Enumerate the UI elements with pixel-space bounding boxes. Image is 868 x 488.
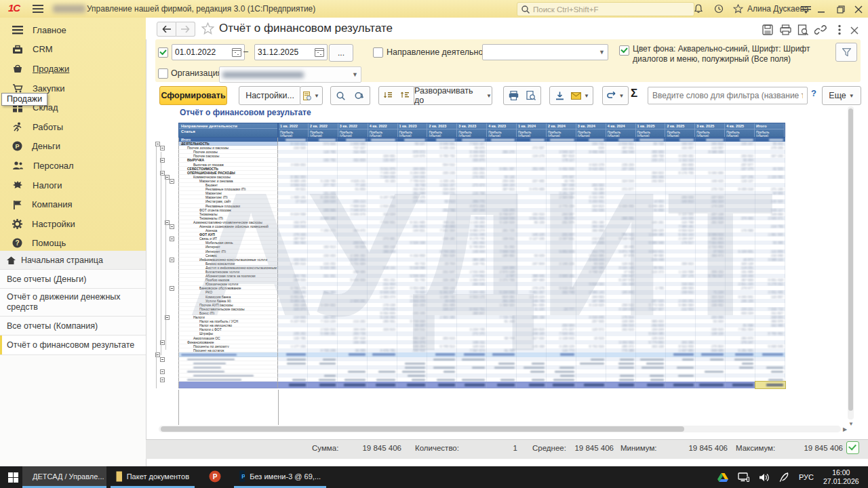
scroll-down-arrow[interactable]: ▼ [848, 421, 854, 427]
settings-button[interactable]: Настройки... [239, 86, 301, 105]
send-email-button[interactable]: ▼ [568, 86, 593, 105]
find-next-button[interactable] [349, 86, 370, 105]
report-variants-button[interactable]: ▼ [300, 86, 323, 105]
sidebar-item-home[interactable]: Начальная страница [0, 251, 146, 270]
date-from-field[interactable]: 01.01.2022 [172, 44, 245, 60]
table-cell[interactable] [427, 382, 457, 388]
sidebar-item-sales[interactable]: Продажи [0, 59, 146, 79]
period-more-button[interactable]: ... [329, 44, 353, 62]
table-cell[interactable] [338, 382, 368, 388]
table-cell[interactable] [576, 352, 606, 357]
table-cell[interactable] [696, 382, 726, 388]
column-header[interactable]: 3 кв. 2022Прибыль(убыток) [338, 123, 368, 137]
table-cell[interactable] [666, 352, 696, 357]
column-header[interactable]: 3 кв. 2025Прибыль(убыток) [695, 123, 725, 137]
sidebar-item-financial-result-report[interactable]: Отчёт о финансовом результате [0, 336, 146, 355]
format-checkbox[interactable] [619, 45, 629, 56]
table-cell[interactable] [606, 352, 636, 357]
sidebar-item-settings[interactable]: Настройки [0, 214, 146, 234]
quick-filter-input[interactable] [648, 87, 808, 104]
table-row[interactable] [155, 382, 785, 388]
table-cell[interactable] [338, 352, 368, 357]
organization-field[interactable]: ▼ [219, 66, 361, 83]
sidebar-item-taxes[interactable]: Налоги [0, 176, 146, 195]
table-cell[interactable] [278, 352, 308, 357]
collapse-groups-button[interactable] [378, 86, 398, 105]
column-header[interactable]: 4 кв. 2023Прибыль(убыток) [487, 123, 517, 137]
start-button[interactable] [8, 472, 18, 483]
table-cell[interactable] [726, 382, 755, 388]
vertical-scrollbar[interactable] [848, 106, 854, 420]
back-button[interactable] [157, 22, 176, 37]
table-cell[interactable] [636, 352, 666, 357]
table-cell[interactable] [547, 382, 576, 388]
table-cell[interactable] [457, 352, 487, 357]
generate-button[interactable]: Сформировать [159, 86, 227, 105]
print-icon[interactable] [778, 23, 792, 37]
table-cell[interactable] [517, 352, 547, 357]
column-header[interactable]: 2 кв. 2022Прибыль(убыток) [309, 123, 338, 137]
sidebar-item-money[interactable]: Р Деньги [0, 137, 146, 157]
organization-checkbox[interactable] [158, 68, 168, 79]
table-cell[interactable] [308, 352, 338, 357]
sidebar-item-works[interactable]: Работы [0, 117, 146, 137]
column-header[interactable]: 2 кв. 2023Прибыль(убыток) [427, 123, 457, 137]
save-file-button[interactable] [549, 86, 570, 105]
filter-settings-button[interactable] [835, 43, 857, 62]
column-header[interactable]: 1 кв. 2023Прибыль(убыток) [398, 123, 428, 137]
period-checkbox[interactable] [158, 47, 168, 58]
sidebar-item-main[interactable]: Главное [0, 20, 146, 40]
taskbar-clock[interactable]: 16:00 27.01.2026 [823, 468, 859, 486]
sidebar-item-company[interactable]: Компания [0, 195, 146, 214]
table-cell[interactable] [755, 352, 785, 357]
column-header[interactable]: 4 кв. 2024Прибыль(убыток) [606, 123, 636, 137]
sum-sigma-button[interactable]: Σ [631, 87, 637, 100]
sidebar-item-reports-company[interactable]: Все отчеты (Компания) [0, 317, 146, 336]
table-cell[interactable] [547, 352, 576, 357]
table-cell[interactable] [487, 352, 517, 357]
sidebar-item-help[interactable]: ? Помощь [0, 234, 146, 253]
column-header[interactable]: 1 кв. 2024Прибыль(убыток) [517, 123, 547, 137]
more-actions-button[interactable]: Еще ▼ [822, 86, 861, 105]
column-header[interactable]: 1 кв. 2022Прибыль(убыток) [279, 123, 309, 137]
column-header[interactable]: 3 кв. 2023Прибыль(убыток) [457, 123, 487, 137]
table-cell[interactable] [397, 352, 427, 357]
table-cell[interactable] [427, 352, 457, 357]
table-cell[interactable] [278, 382, 308, 388]
find-button[interactable] [330, 86, 351, 105]
taskbar-item-powerpoint[interactable]: P [203, 466, 236, 486]
history-icon[interactable] [712, 2, 726, 16]
close-window-button[interactable] [852, 3, 865, 16]
taskbar-item-documents[interactable]: Пакет документов [111, 466, 195, 486]
notifications-bell-icon[interactable] [692, 2, 705, 16]
more-menu-icon[interactable] [833, 23, 846, 37]
language-indicator[interactable]: РУС [799, 473, 814, 481]
save-icon[interactable] [761, 23, 774, 37]
help-button[interactable]: ? [811, 88, 816, 98]
status-ok-icon[interactable] [846, 441, 859, 454]
table-cell[interactable] [457, 382, 487, 388]
print-preview-button[interactable] [521, 86, 541, 105]
column-header[interactable]: 4 кв. 2025Прибыль(убыток) [725, 123, 755, 137]
restore-button[interactable] [834, 3, 848, 16]
preview-icon[interactable] [796, 23, 810, 37]
column-header[interactable]: 2 кв. 2024Прибыль(убыток) [547, 123, 576, 137]
table-row[interactable] [155, 352, 785, 357]
row-label-cell[interactable] [178, 352, 278, 357]
close-report-icon[interactable] [848, 24, 861, 37]
chevron-down-icon[interactable]: ▼ [599, 49, 605, 56]
google-drive-icon[interactable] [717, 472, 728, 482]
table-cell[interactable] [606, 382, 636, 388]
table-cell[interactable] [308, 382, 338, 388]
main-menu-icon[interactable] [33, 5, 43, 13]
pen-icon[interactable] [779, 472, 789, 482]
print-button[interactable] [503, 86, 524, 105]
table-cell[interactable] [368, 382, 397, 388]
direction-checkbox[interactable] [373, 47, 383, 58]
scroll-right-arrow[interactable]: ▶ [843, 426, 847, 432]
volume-icon[interactable] [759, 473, 770, 482]
table-cell[interactable] [696, 352, 726, 357]
table-cell[interactable] [487, 382, 517, 388]
row-label-cell[interactable] [178, 382, 278, 388]
network-icon[interactable] [738, 472, 749, 482]
